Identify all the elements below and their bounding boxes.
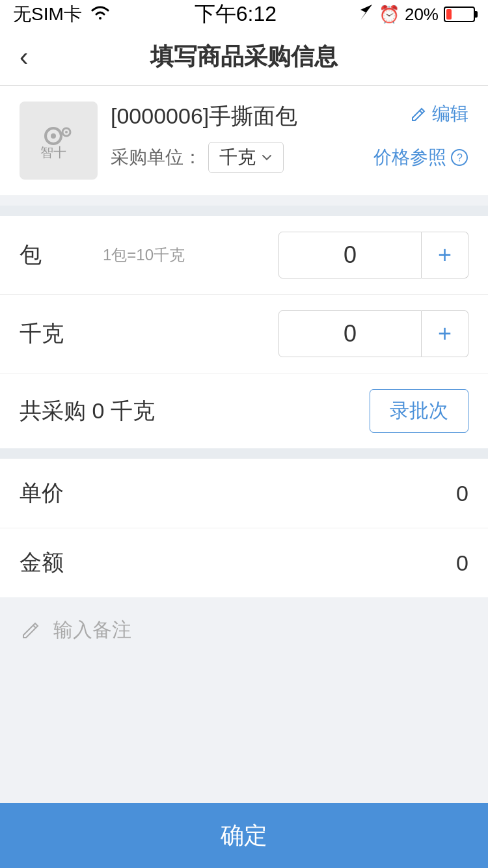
bag-hint: 1包=10千克	[103, 245, 185, 265]
carrier-text: 无SIM卡	[13, 2, 82, 27]
battery-percentage: 20%	[405, 5, 439, 25]
amount-row: 金额 0	[0, 528, 488, 597]
summary-row: 共采购 0 千克 录批次	[0, 373, 488, 448]
divider-1	[0, 206, 488, 216]
unit-price-label: 单价	[20, 478, 64, 508]
price-ref-button[interactable]: 价格参照 ?	[373, 145, 468, 170]
pencil-icon	[20, 617, 43, 640]
svg-line-9	[33, 625, 36, 628]
status-right: ⏰ 20%	[359, 3, 475, 26]
bag-plus-button[interactable]: +	[422, 232, 468, 278]
product-info: [0000006]手撕面包 编辑 采购单位： 千克 价格	[111, 102, 468, 173]
battery-icon	[444, 7, 475, 22]
unit-price-row: 单价 0	[0, 459, 488, 528]
unit-label: 采购单位：	[111, 145, 202, 170]
bag-number-input[interactable]: 0	[278, 232, 422, 278]
kg-input-control: 0 +	[98, 310, 468, 357]
alarm-icon: ⏰	[379, 5, 400, 25]
remark-placeholder: 输入备注	[53, 617, 131, 644]
status-bar: 无SIM卡 下午6:12 ⏰ 20%	[0, 0, 488, 29]
product-name: [0000006]手撕面包	[111, 102, 297, 131]
edit-button[interactable]: 编辑	[410, 102, 468, 126]
unit-select[interactable]: 千克	[208, 142, 284, 173]
divider-2	[0, 448, 488, 459]
bottom-space	[0, 727, 488, 793]
bag-input-control: 0 +	[185, 232, 468, 278]
kg-section: 千克 0 +	[0, 295, 488, 373]
svg-line-6	[420, 111, 422, 113]
svg-marker-0	[360, 5, 372, 20]
kg-plus-button[interactable]: +	[422, 310, 468, 357]
amount-label: 金额	[20, 548, 64, 578]
summary-amount: 0	[92, 398, 104, 423]
wifi-icon	[88, 4, 112, 25]
back-button[interactable]: ‹	[20, 42, 28, 72]
price-section: 单价 0 金额 0	[0, 459, 488, 597]
svg-point-2	[51, 133, 56, 139]
unit-selector-group: 采购单位： 千克	[111, 142, 284, 173]
batch-button[interactable]: 录批次	[370, 389, 468, 433]
confirm-button[interactable]: 确定	[0, 803, 488, 868]
summary-text: 共采购 0 千克	[20, 396, 155, 426]
unit-price-value: 0	[456, 481, 468, 506]
battery-fill	[446, 9, 452, 20]
product-unit-row: 采购单位： 千克 价格参照 ?	[111, 142, 468, 173]
nav-bar: ‹ 填写商品采购信息	[0, 29, 488, 86]
kg-input-row: 千克 0 +	[0, 295, 488, 373]
product-image: 智十	[20, 102, 98, 180]
status-left: 无SIM卡	[13, 2, 112, 27]
page-title: 填写商品采购信息	[150, 41, 338, 73]
product-header: [0000006]手撕面包 编辑	[111, 102, 468, 131]
product-card: 智十 [0000006]手撕面包 编辑 采购单位： 千克	[0, 86, 488, 195]
svg-text:?: ?	[457, 152, 463, 163]
remark-area[interactable]: 输入备注	[0, 597, 488, 727]
kg-label: 千克	[20, 319, 98, 349]
time-text: 下午6:12	[195, 0, 277, 29]
bag-section: 包 1包=10千克 0 +	[0, 216, 488, 295]
location-icon	[359, 3, 373, 26]
svg-text:智十: 智十	[40, 145, 66, 159]
amount-value: 0	[456, 550, 468, 576]
bag-input-row: 包 1包=10千克 0 +	[0, 216, 488, 295]
kg-number-input[interactable]: 0	[278, 310, 422, 357]
svg-point-4	[65, 131, 68, 133]
bag-label: 包	[20, 240, 98, 270]
